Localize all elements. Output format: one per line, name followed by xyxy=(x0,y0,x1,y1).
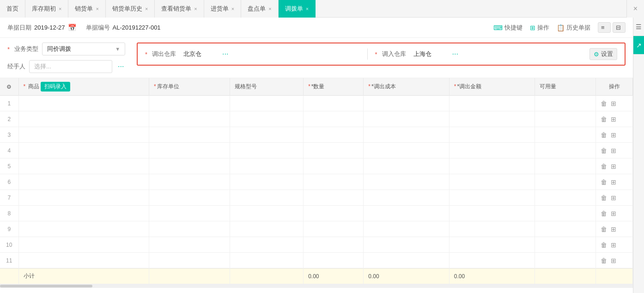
copy-icon-3[interactable]: ⊞ xyxy=(611,131,616,139)
scrollbar-thumb[interactable] xyxy=(0,285,92,287)
table-row: 4 🗑⊞ xyxy=(0,143,633,159)
copy-icon-6[interactable]: ⊞ xyxy=(611,178,616,186)
business-type-row: * 业务类型 同价调拨 ▼ xyxy=(7,43,128,55)
warehouse-divider xyxy=(367,49,368,60)
source-warehouse-value[interactable]: 北京仓 xyxy=(180,48,217,60)
copy-icon-5[interactable]: ⊞ xyxy=(611,163,616,170)
tab-close-sales-history[interactable]: × xyxy=(145,6,148,12)
table-row: 11 🗑⊞ xyxy=(0,253,633,269)
tab-inventory[interactable]: 盘点单 × xyxy=(241,0,278,18)
th-available: 可用量 xyxy=(535,78,596,96)
horizontal-scrollbar[interactable] xyxy=(0,284,633,288)
table-row: 7 🗑⊞ xyxy=(0,190,633,206)
tab-sales[interactable]: 销货单 × xyxy=(68,0,105,18)
table-row: 3 🗑⊞ xyxy=(0,127,633,143)
tab-transfer[interactable]: 调拨单 × xyxy=(279,0,316,18)
th-product: 商品 扫码录入 xyxy=(18,78,149,96)
copy-icon-9[interactable]: ⊞ xyxy=(611,226,616,233)
delete-icon-11[interactable]: 🗑 xyxy=(601,257,607,264)
table-row: 9 🗑⊞ xyxy=(0,221,633,237)
form-left: * 业务类型 同价调拨 ▼ 经手人 选择... ··· xyxy=(7,43,128,73)
source-warehouse-more-button[interactable]: ··· xyxy=(220,50,230,58)
tab-close-inventory-init[interactable]: × xyxy=(59,6,61,12)
date-value[interactable]: 2019-12-27 xyxy=(34,24,65,31)
warehouse-setting-button[interactable]: ⚙ 设置 xyxy=(589,48,617,60)
tab-close-sales[interactable]: × xyxy=(96,6,98,12)
th-gear[interactable]: ⚙ xyxy=(0,78,18,96)
table-container: ⚙ 商品 扫码录入 库存单位 规格型号 *数量 *调出成本 *调出金额 可用量 … xyxy=(0,78,633,293)
subtotal-amount: 0.00 xyxy=(449,269,535,284)
delete-icon-4[interactable]: 🗑 xyxy=(601,147,607,154)
copy-icon-4[interactable]: ⊞ xyxy=(611,147,616,154)
copy-icon-10[interactable]: ⊞ xyxy=(611,241,616,249)
target-warehouse-required: * xyxy=(375,51,377,58)
delete-icon-10[interactable]: 🗑 xyxy=(601,241,607,249)
table-row: 5 🗑⊞ xyxy=(0,159,633,174)
history-button[interactable]: 📋 历史单据 xyxy=(557,24,590,32)
delete-icon-8[interactable]: 🗑 xyxy=(601,210,607,217)
copy-icon-7[interactable]: ⊞ xyxy=(611,194,616,201)
copy-icon-1[interactable]: ⊞ xyxy=(611,100,616,107)
tab-view-sales[interactable]: 查看销货单 × xyxy=(155,0,204,18)
target-warehouse-value[interactable]: 上海仓 xyxy=(410,48,447,60)
delete-icon-3[interactable]: 🗑 xyxy=(601,131,607,139)
sidebar-list-icon[interactable]: ☰ xyxy=(633,18,644,36)
operate-button[interactable]: ⊞ 操作 xyxy=(530,24,549,32)
handler-more-button[interactable]: ··· xyxy=(116,62,126,71)
close-all-tabs-button[interactable]: × xyxy=(626,0,644,18)
toolbar-row: 单据日期 2019-12-27 📅 单据编号 AL-20191227-001 ⌨… xyxy=(0,18,633,38)
delete-icon-5[interactable]: 🗑 xyxy=(601,163,607,170)
calendar-icon[interactable]: 📅 xyxy=(68,24,77,32)
sidebar-external-link-icon[interactable]: ↗ xyxy=(633,36,644,55)
tab-sales-history[interactable]: 销货单历史 × xyxy=(106,0,155,18)
th-spec: 规格型号 xyxy=(230,78,303,96)
gear-icon[interactable]: ⚙ xyxy=(6,84,12,90)
main-content: 单据日期 2019-12-27 📅 单据编号 AL-20191227-001 ⌨… xyxy=(0,18,633,293)
business-type-required: * xyxy=(7,46,10,53)
delete-icon-2[interactable]: 🗑 xyxy=(601,116,607,123)
business-type-select[interactable]: 同价调拨 ▼ xyxy=(42,43,125,55)
layout-btn-2[interactable]: ⊟ xyxy=(613,22,626,33)
business-type-label: 业务类型 xyxy=(14,45,38,53)
operate-icon: ⊞ xyxy=(530,24,535,31)
delete-icon-9[interactable]: 🗑 xyxy=(601,226,607,233)
chevron-down-icon: ▼ xyxy=(115,46,120,52)
number-field: 单据编号 AL-20191227-001 xyxy=(86,24,161,32)
layout-btn-1[interactable]: ≡ xyxy=(598,22,611,33)
copy-icon-2[interactable]: ⊞ xyxy=(611,116,616,123)
history-icon: 📋 xyxy=(557,24,565,31)
quick-key-button[interactable]: ⌨ 快捷键 xyxy=(493,24,522,32)
handler-select[interactable]: 选择... xyxy=(29,60,112,73)
keyboard-icon: ⌨ xyxy=(493,24,503,31)
tab-home[interactable]: 首页 xyxy=(0,0,25,18)
delete-icon-7[interactable]: 🗑 xyxy=(601,194,607,201)
tab-purchase[interactable]: 进货单 × xyxy=(204,0,241,18)
tab-inventory-init[interactable]: 库存期初 × xyxy=(25,0,68,18)
source-warehouse-item: * 调出仓库 北京仓 ··· xyxy=(145,48,360,60)
tab-close-purchase[interactable]: × xyxy=(231,6,234,12)
date-field: 单据日期 2019-12-27 📅 xyxy=(7,24,77,32)
scan-button[interactable]: 扫码录入 xyxy=(41,82,70,92)
target-warehouse-label: 调入仓库 xyxy=(382,50,406,58)
number-value: AL-20191227-001 xyxy=(113,24,161,31)
target-warehouse-more-button[interactable]: ··· xyxy=(450,50,460,58)
delete-icon-1[interactable]: 🗑 xyxy=(601,100,607,107)
right-sidebar: ☰ ↗ xyxy=(633,18,644,293)
handler-placeholder: 选择... xyxy=(34,62,51,71)
copy-icon-8[interactable]: ⊞ xyxy=(611,210,616,217)
th-unit: 库存单位 xyxy=(149,78,230,96)
table-row: 6 🗑⊞ xyxy=(0,174,633,190)
th-action: 操作 xyxy=(596,78,633,96)
tab-close-view-sales[interactable]: × xyxy=(194,6,197,12)
date-label: 单据日期 xyxy=(7,24,31,32)
tab-close-transfer[interactable]: × xyxy=(306,6,309,12)
tab-close-inventory[interactable]: × xyxy=(268,6,271,12)
table-row: 1 🗑⊞ xyxy=(0,96,633,111)
table-row: 8 🗑⊞ xyxy=(0,206,633,221)
handler-label: 经手人 xyxy=(7,62,25,71)
th-qty: *数量 xyxy=(304,78,364,96)
delete-icon-6[interactable]: 🗑 xyxy=(601,178,607,186)
target-warehouse-item: * 调入仓库 上海仓 ··· xyxy=(375,48,590,60)
copy-icon-11[interactable]: ⊞ xyxy=(611,257,616,264)
subtotal-cost: 0.00 xyxy=(364,269,450,284)
